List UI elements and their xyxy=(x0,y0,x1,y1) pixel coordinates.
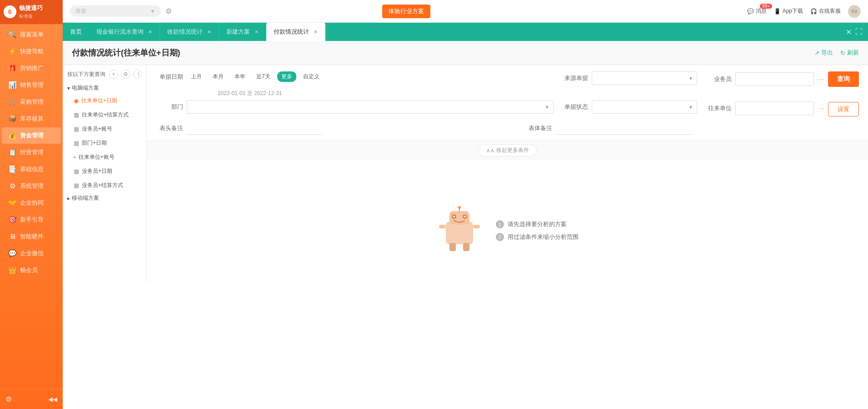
scheme-collapse-btn[interactable]: 《 xyxy=(133,70,142,79)
source-field: 来源单据 ▼ xyxy=(561,71,697,85)
sidebar-item-sales[interactable]: 📊 销售管理 xyxy=(2,77,61,93)
refresh-btn[interactable]: ↻ 刷新 xyxy=(840,49,859,57)
tab-new-scheme-close[interactable]: ✕ xyxy=(254,29,259,35)
scheme-panel: 按以下方案查询 + ⚙ 《 xyxy=(63,65,147,283)
search-icon: 🔍 xyxy=(8,30,16,39)
sidebar-item-inventory[interactable]: 📦 库存核算 xyxy=(2,111,61,127)
export-btn[interactable]: ↗ 导出 xyxy=(814,49,833,57)
scheme-item-dept-date[interactable]: ▦ 部门+日期 xyxy=(63,136,146,150)
employee-dots-btn[interactable]: ··· xyxy=(818,76,824,83)
refresh-icon: ↻ xyxy=(840,50,845,56)
mobile-section-header[interactable]: ▸ 移动端方案 xyxy=(63,192,146,204)
tab-maximize-btn[interactable]: ⛶ xyxy=(855,28,863,36)
robot-illustration xyxy=(437,206,482,256)
doc-status-arrow: ▼ xyxy=(688,105,693,110)
sidebar-item-marketing[interactable]: 🎁 营销推广 xyxy=(2,60,61,76)
scheme-settings-btn[interactable]: ⚙ xyxy=(121,70,130,79)
sidebar-item-system[interactable]: ⚙ 系统管理 xyxy=(2,178,61,194)
sidebar-item-enterprise[interactable]: 🤝 企业协同 xyxy=(2,195,61,211)
tab-new-scheme[interactable]: 新建方案 ✕ xyxy=(219,23,266,41)
date-more-btn[interactable]: 更多 xyxy=(277,71,296,82)
export-icon: ↗ xyxy=(814,50,819,56)
sidebar-item-shortcut[interactable]: ⚡ 快捷导航 xyxy=(2,43,61,60)
date-custom-btn[interactable]: 自定义 xyxy=(299,71,324,82)
scheme-item-counterpart-date[interactable]: ◉ 往来单位+日期 xyxy=(63,94,146,108)
scheme-icon-2: ▦ xyxy=(74,126,79,132)
query-btn[interactable]: 查询 xyxy=(828,71,859,87)
page-header-actions: ↗ 导出 ↻ 刷新 xyxy=(814,49,859,57)
employee-select[interactable] xyxy=(735,72,814,86)
tab-home[interactable]: 首页 xyxy=(63,23,89,41)
sidebar-collapse-btn[interactable]: ◀◀ xyxy=(46,394,59,404)
enterprise-icon: 🤝 xyxy=(8,199,16,207)
header-note-input[interactable] xyxy=(187,122,323,135)
source-select[interactable]: ▼ xyxy=(592,71,697,85)
sidebar-footer: ⚙ ◀◀ xyxy=(0,389,63,409)
body-note-label: 表体备注 xyxy=(525,124,552,132)
tab-bank-close[interactable]: ✕ xyxy=(148,29,152,35)
date-this-year-btn[interactable]: 本年 xyxy=(230,71,249,82)
sidebar-item-purchase[interactable]: 🛒 采购管理 xyxy=(2,94,61,110)
sidebar-item-member[interactable]: 👑 畅会员 xyxy=(2,262,61,278)
sidebar-item-operation[interactable]: 📋 经营管理 xyxy=(2,144,61,161)
trial-btn[interactable]: 体验行业方案 xyxy=(382,5,430,18)
svg-rect-0 xyxy=(446,222,473,244)
svg-point-4 xyxy=(453,216,455,217)
tab-receipt-close[interactable]: ✕ xyxy=(207,29,211,35)
tab-payment-close[interactable]: ✕ xyxy=(314,29,318,35)
counterpart-select[interactable] xyxy=(735,101,814,115)
sidebar-item-basic[interactable]: 📑 基础信息 xyxy=(2,161,61,177)
scheme-item-employee-settle[interactable]: ▦ 业务员+结算方式 xyxy=(63,178,146,192)
online-service-btn[interactable]: 🎧 在线客服 xyxy=(810,7,841,15)
tab-bank[interactable]: 现金银行流水查询 ✕ xyxy=(89,23,160,41)
sidebar-item-guide[interactable]: 🎯 新手引导 xyxy=(2,212,61,228)
section-expand-icon: ▾ xyxy=(67,85,70,91)
user-avatar[interactable]: Rit xyxy=(848,5,861,18)
scheme-add-btn[interactable]: + xyxy=(109,70,118,79)
sidebar-edition: 标准版 xyxy=(19,13,43,20)
date-this-month-btn[interactable]: 本月 xyxy=(209,71,228,82)
scheme-item-counterpart-settle[interactable]: ▦ 往来单位+结算方式 xyxy=(63,108,146,122)
empty-step-1: 1 请先选择要分析的方案 xyxy=(496,220,579,228)
desktop-section-header[interactable]: ▾ 电脑端方案 xyxy=(63,82,146,94)
message-badge: 99+ xyxy=(760,4,772,9)
topbar-settings-btn[interactable]: ⚙ xyxy=(165,7,172,15)
date-last-month-btn[interactable]: 上月 xyxy=(187,71,206,82)
filter-section: 单据日期 上月 本月 本年 近7天 更多 自定义 来源单据 xyxy=(147,65,868,283)
collapse-icon: ∧∧ xyxy=(486,147,494,154)
sidebar-item-hardware[interactable]: 🖥 智能硬件 xyxy=(2,228,61,245)
body-note-input[interactable] xyxy=(556,122,692,135)
employee-label: 业务员 xyxy=(704,75,732,83)
dept-select[interactable]: ▼ xyxy=(187,100,554,114)
scheme-icon-6: ▦ xyxy=(74,182,79,189)
doc-status-select[interactable]: ▼ xyxy=(592,100,697,114)
collapse-btn[interactable]: ∧∧ 收起更多条件 xyxy=(479,144,537,157)
doc-status-label: 单据状态 xyxy=(561,103,588,111)
topbar-dropdown-btn[interactable]: ▼ xyxy=(150,8,155,15)
tab-receipt[interactable]: 收款情况统计 ✕ xyxy=(160,23,219,41)
tab-payment[interactable]: 付款情况统计 ✕ xyxy=(266,23,325,41)
sidebar: 6 畅捷通巧 标准版 🔍 搜索菜单 ⚡ 快捷导航 🎁 营销推广 📊 销售管理 🛒… xyxy=(0,0,63,409)
sidebar-item-capital[interactable]: 💰 资金管理 xyxy=(2,127,61,144)
purchase-icon: 🛒 xyxy=(8,98,16,106)
sidebar-title: 畅捷通巧 xyxy=(19,5,43,12)
settings-btn[interactable]: 设置 xyxy=(828,102,859,116)
sidebar-logo: 6 xyxy=(4,5,16,18)
service-icon: 🎧 xyxy=(810,8,817,15)
message-btn[interactable]: 💬 消息 99+ xyxy=(747,7,767,15)
sidebar-item-wechat[interactable]: 💬 企业微信 xyxy=(2,245,61,262)
sidebar-settings-btn[interactable]: ⚙ xyxy=(4,393,14,405)
sidebar-item-search[interactable]: 🔍 搜索菜单 xyxy=(2,26,61,43)
counterpart-dots-btn[interactable]: ··· xyxy=(818,105,824,112)
empty-state: 1 请先选择要分析的方案 2 用过滤条件来缩小分析范围 xyxy=(147,160,868,283)
member-icon: 👑 xyxy=(8,266,16,274)
scheme-item-employee-account[interactable]: ▦ 业务员+账号 xyxy=(63,122,146,136)
scheme-icon-3: ▦ xyxy=(74,140,79,146)
tab-close-all-btn[interactable]: ✕ xyxy=(846,28,852,36)
app-download-btn[interactable]: 📱 App下载 xyxy=(774,7,803,15)
date-7days-btn[interactable]: 近7天 xyxy=(252,71,274,82)
scheme-item-counterpart-account[interactable]: ▪ 往来单位+账号 xyxy=(63,150,146,164)
step-num-1: 1 xyxy=(496,220,504,228)
dept-field: 部门 ▼ xyxy=(156,100,554,114)
scheme-item-employee-date[interactable]: ▦ 业务员+日期 xyxy=(63,164,146,178)
